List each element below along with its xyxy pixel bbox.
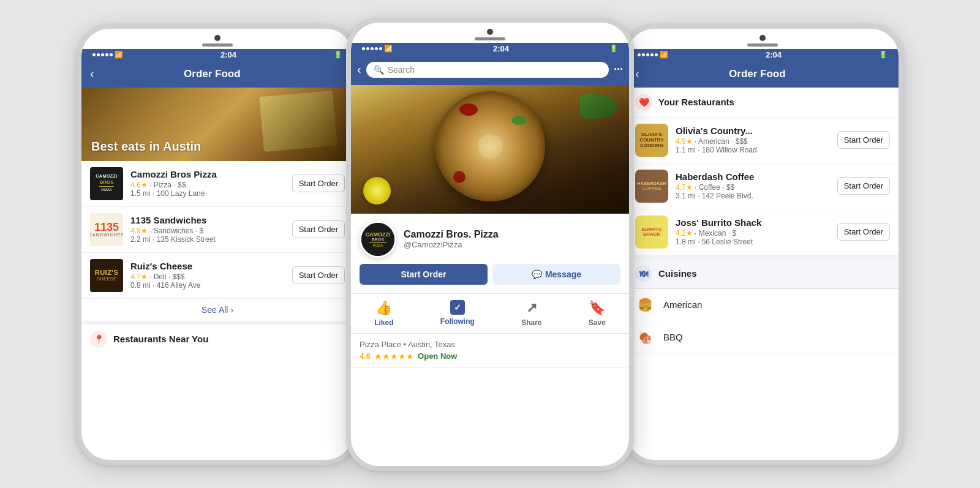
signal-left: 📶 (92, 51, 123, 59)
main-scene: 📶 2:04 🔋 ‹ Order Food Best eats in Austi… (0, 0, 980, 488)
screen-left: Best eats in Austin CAMOZZI BROS PIZZA C… (81, 88, 353, 354)
back-button-right[interactable]: ‹ (635, 67, 639, 81)
status-bar-left: 📶 2:04 🔋 (81, 49, 353, 61)
share-button[interactable]: ↗ Share (521, 300, 541, 327)
restaurant-info-0: Camozzi Bros Pizza 4.6★ · Pizza · $$ 1.5… (130, 169, 285, 198)
time-right: 2:04 (766, 50, 782, 59)
your-restaurant-name-1: Haberdash Coffee (676, 171, 830, 182)
start-order-button-center[interactable]: Start Order (360, 264, 488, 285)
share-icon: ↗ (526, 300, 537, 316)
american-icon: 🍔 (635, 295, 655, 315)
stars-center: ★★★★★ (374, 351, 414, 361)
restaurant-meta-1: 4.8★ · Sandwiches · $ 2.2 mi · 135 Kissi… (130, 227, 285, 244)
nearby-section-header: 📍 Restaurants Near You (81, 325, 353, 354)
phone-right: 📶 2:04 🔋 ‹ Order Food ❤️ Your Restaurant… (622, 24, 903, 465)
save-icon: 🔖 (589, 300, 605, 316)
screen-right: ❤️ Your Restaurants OLIVIA'SCOUNTRYCOOKI… (627, 88, 899, 354)
your-restaurant-meta-1: 4.7★ · Coffee · $$ 3.1 mi · 142 Peele Bl… (676, 183, 830, 200)
signal-center: 📶 (362, 45, 393, 53)
status-bar-right: 📶 2:04 🔋 (627, 49, 899, 61)
cuisines-icon: 🍽 (635, 265, 652, 282)
time-left: 2:04 (221, 50, 236, 59)
restaurant-name-0: Camozzi Bros Pizza (130, 169, 285, 179)
restaurant-handle: @CamozziPizza (404, 240, 499, 249)
back-button-left[interactable]: ‹ (90, 67, 94, 81)
camera-left (214, 35, 221, 41)
search-box[interactable]: 🔍 Search (366, 62, 609, 78)
search-placeholder: Search (388, 65, 415, 75)
restaurant-avatar: CAMOZZI BROS PIZZA (360, 221, 396, 258)
start-order-button-r2[interactable]: Start Order (837, 223, 890, 241)
screen-center: CAMOZZI BROS PIZZA Camozzi Bros. Pizza @… (351, 85, 629, 368)
start-order-button-1[interactable]: Start Order (292, 220, 345, 238)
cuisine-name-bbq: BBQ (663, 332, 683, 342)
phone-top-center (351, 23, 629, 43)
restaurant-name-1: 1135 Sandwiches (130, 215, 285, 225)
cuisine-name-american: American (663, 299, 702, 310)
phone-left: 📶 2:04 🔋 ‹ Order Food Best eats in Austi… (77, 24, 358, 465)
restaurant-logo-1: 1135 SANDWICHES (90, 213, 123, 246)
heart-icon: ❤️ (635, 94, 652, 111)
your-restaurant-info-1: Haberdash Coffee 4.7★ · Coffee · $$ 3.1 … (676, 171, 830, 200)
speaker-right (747, 43, 778, 47)
phone-top-right (627, 29, 899, 49)
speaker-left (202, 43, 233, 47)
cuisine-american[interactable]: 🍔 American (627, 289, 899, 321)
restaurant-name-section: Camozzi Bros. Pizza @CamozziPizza (404, 229, 499, 249)
message-button[interactable]: 💬 Message (492, 264, 620, 285)
rating-row: 4.6 ★★★★★ Open Now (360, 351, 620, 361)
restaurant-name-center: Camozzi Bros. Pizza (404, 229, 499, 240)
start-order-button-2[interactable]: Start Order (292, 266, 345, 284)
your-restaurant-info-0: Olivia's Country... 4.9★ · American · $$… (676, 126, 830, 154)
restaurant-info-1: 1135 Sandwiches 4.8★ · Sandwiches · $ 2.… (130, 215, 285, 244)
speaker-center (475, 37, 505, 40)
cuisine-bbq[interactable]: 🍖 BBQ (627, 321, 899, 354)
nav-title-left: Order Food (94, 68, 330, 80)
page-type: Pizza Place • Austin, Texas (360, 340, 620, 349)
status-bar-center: 📶 2:04 🔋 (351, 43, 629, 54)
search-icon: 🔍 (374, 65, 384, 75)
your-restaurant-logo-1: HABERDASH COFFEE (635, 170, 668, 203)
your-restaurant-item-0: OLIVIA'SCOUNTRYCOOKING Olivia's Country.… (627, 118, 899, 163)
your-restaurant-logo-0: OLIVIA'SCOUNTRYCOOKING (635, 124, 668, 157)
phone-center: 📶 2:04 🔋 ‹ 🔍 Search ··· (346, 18, 634, 471)
nav-bar-search: ‹ 🔍 Search ··· (351, 54, 629, 85)
restaurant-meta-2: 4.7★ · Deli · $$$ 0.8 mi · 416 Alley Ave (130, 272, 285, 290)
location-icon: 📍 (90, 331, 107, 348)
camera-right (760, 35, 766, 41)
start-order-button-r1[interactable]: Start Order (837, 177, 890, 195)
nav-bar-right: ‹ Order Food (627, 61, 899, 88)
your-restaurant-item-2: BURRITO SHACK Joss' Burrito Shack 4.2★ ·… (627, 209, 899, 255)
following-icon: ✓ (450, 300, 465, 315)
your-restaurant-logo-2: BURRITO SHACK (635, 216, 668, 249)
nav-bar-left: ‹ Order Food (81, 61, 353, 88)
your-restaurant-name-0: Olivia's Country... (676, 126, 830, 136)
profile-row: CAMOZZI BROS PIZZA Camozzi Bros. Pizza @… (360, 221, 620, 258)
your-restaurant-meta-0: 4.9★ · American · $$$ 1.1 mi · 180 Willo… (676, 137, 830, 154)
start-order-button-r0[interactable]: Start Order (837, 131, 890, 149)
restaurant-item-2: RUIZ'S CHEESE Ruiz's Cheese 4.7★ · Deli … (81, 253, 353, 299)
signal-right: 📶 (638, 51, 668, 59)
restaurant-info-2: Ruiz's Cheese 4.7★ · Deli · $$$ 0.8 mi ·… (130, 261, 285, 290)
back-button-center[interactable]: ‹ (357, 62, 361, 77)
camera-center (487, 29, 493, 35)
hero-text-left: Best eats in Austin (91, 140, 201, 154)
save-button[interactable]: 🔖 Save (589, 300, 606, 327)
liked-button[interactable]: 👍 Liked (374, 300, 393, 327)
more-options-icon[interactable]: ··· (614, 63, 623, 76)
time-center: 2:04 (493, 44, 509, 53)
rating-value: 4.6 (360, 351, 371, 361)
restaurant-logo-2: RUIZ'S CHEESE (90, 259, 123, 292)
battery-left: 🔋 (334, 51, 342, 59)
restaurant-item-0: CAMOZZI BROS PIZZA Camozzi Bros Pizza 4.… (81, 161, 353, 207)
reaction-bar: 👍 Liked ✓ Following ↗ Share 🔖 Save (351, 293, 629, 334)
your-restaurant-item-1: HABERDASH COFFEE Haberdash Coffee 4.7★ ·… (627, 163, 899, 209)
see-all-button[interactable]: See All › (81, 299, 353, 325)
start-order-button-0[interactable]: Start Order (292, 175, 345, 192)
restaurant-name-2: Ruiz's Cheese (130, 261, 285, 271)
following-button[interactable]: ✓ Following (440, 300, 475, 327)
your-restaurant-name-2: Joss' Burrito Shack (676, 217, 830, 228)
action-buttons: Start Order 💬 Message (360, 264, 620, 285)
messenger-icon: 💬 (532, 269, 542, 279)
restaurant-logo-0: CAMOZZI BROS PIZZA (90, 167, 123, 200)
